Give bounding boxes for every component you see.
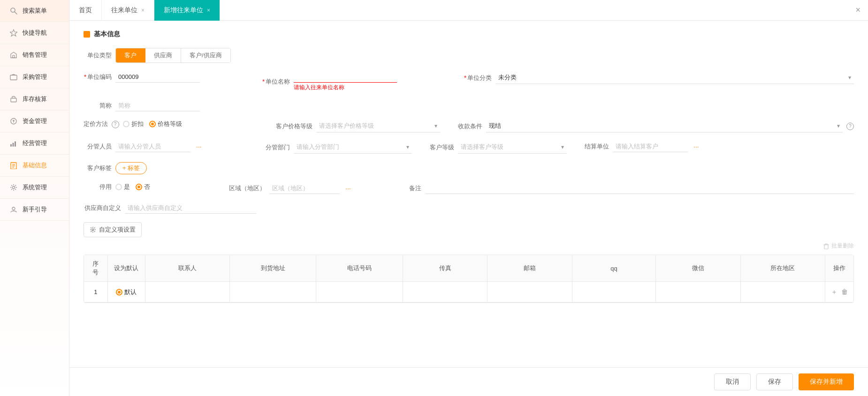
tab-new-partner[interactable]: 新增往来单位 × xyxy=(154,0,220,21)
unit-name-input[interactable] xyxy=(294,71,397,83)
disabled-yes[interactable]: 是 xyxy=(115,183,130,191)
unit-category-value: 未分类 xyxy=(498,73,517,82)
unit-type-group: 客户 供应商 客户/供应商 xyxy=(115,48,231,63)
svg-rect-17 xyxy=(824,245,828,249)
unit-category-select[interactable]: 未分类 ▾ xyxy=(495,71,854,84)
department-label: 分管部门 xyxy=(262,143,290,152)
wechat-input[interactable] xyxy=(662,287,734,297)
customer-level-field: 客户等级 请选择客户等级 ▾ xyxy=(426,141,567,154)
disabled-yes-label: 是 xyxy=(124,183,130,191)
department-select[interactable]: 请输入分管部门 ▾ xyxy=(294,141,412,154)
pricing-discount[interactable]: 折扣 xyxy=(123,120,144,128)
supplier-custom-input[interactable] xyxy=(125,202,256,214)
tab-bar: 首页 往来单位 × 新增往来单位 × × xyxy=(69,0,868,21)
sidebar-item-quick-nav[interactable]: 快捷导航 xyxy=(0,22,69,44)
region-more-btn[interactable]: ··· xyxy=(343,185,353,192)
cell-qq[interactable] xyxy=(572,282,655,303)
sidebar-item-quick-nav-label: 快捷导航 xyxy=(23,29,47,37)
cancel-button[interactable]: 取消 xyxy=(714,373,751,390)
save-new-button[interactable]: 保存并新增 xyxy=(799,373,854,390)
unit-type-supplier[interactable]: 供应商 xyxy=(145,48,181,62)
svg-line-1 xyxy=(15,12,17,14)
region-label: 区域（地区） xyxy=(229,184,266,193)
payment-terms-help-icon[interactable]: ? xyxy=(846,123,854,130)
manager-more-btn[interactable]: ··· xyxy=(194,143,204,150)
disabled-no-label: 否 xyxy=(144,183,150,191)
unit-name-error: 请输入往来单位名称 xyxy=(294,84,449,92)
settlement-unit-more-btn[interactable]: ··· xyxy=(692,143,701,150)
col-contact: 联系人 xyxy=(145,255,229,282)
row-add-btn[interactable]: ＋ xyxy=(831,288,838,296)
settlement-unit-input[interactable] xyxy=(613,141,688,152)
save-button[interactable]: 保存 xyxy=(756,373,793,390)
cell-fax[interactable] xyxy=(403,282,487,303)
payment-terms-select[interactable]: 现结 ▾ xyxy=(486,120,843,132)
section-icon xyxy=(84,31,90,38)
qq-input[interactable] xyxy=(578,287,650,297)
phone-input[interactable] xyxy=(322,287,397,297)
sidebar-item-finance[interactable]: 资金管理 xyxy=(0,110,69,132)
manager-input[interactable] xyxy=(115,141,190,152)
tab-partner[interactable]: 往来单位 × xyxy=(102,0,154,21)
pricing-help-icon[interactable]: ? xyxy=(112,121,119,128)
col-email: 邮箱 xyxy=(487,255,572,282)
form-content: 基本信息 单位类型 客户 供应商 客户/供应商 *单位编码 xyxy=(69,21,868,367)
unit-name-required: * xyxy=(262,78,265,85)
email-input[interactable] xyxy=(493,287,566,297)
sidebar-item-sales[interactable]: 销售管理 xyxy=(0,44,69,66)
col-phone: 电话号码 xyxy=(316,255,403,282)
fax-input[interactable] xyxy=(409,287,481,297)
batch-delete-btn[interactable]: 批量删除 xyxy=(823,242,854,250)
batch-delete-label: 批量删除 xyxy=(831,242,854,250)
cell-phone[interactable] xyxy=(316,282,403,303)
disabled-no[interactable]: 否 xyxy=(136,183,150,191)
pricing-price-level-dot xyxy=(151,123,154,125)
manager-field: 分管人员 ··· xyxy=(84,141,248,152)
disabled-row: 停用 是 否 xyxy=(84,183,854,194)
unit-type-both[interactable]: 客户/供应商 xyxy=(181,48,230,62)
sidebar-item-basic-info[interactable]: 基础信息 xyxy=(0,155,69,177)
window-close-btn[interactable]: × xyxy=(848,5,868,15)
unit-category-label: *单位分类 xyxy=(464,74,492,82)
address-input[interactable] xyxy=(236,287,311,297)
tab-new-partner-label: 新增往来单位 xyxy=(164,6,203,15)
svg-marker-2 xyxy=(10,30,17,36)
supplier-custom-label: 供应商自定义 xyxy=(84,204,121,212)
unit-code-input[interactable] xyxy=(115,71,200,83)
cell-region[interactable] xyxy=(740,282,825,303)
alias-input[interactable] xyxy=(115,100,200,111)
sidebar-item-inventory[interactable]: 库存核算 xyxy=(0,88,69,110)
remark-input[interactable] xyxy=(425,183,854,194)
sidebar-item-operations[interactable]: 经营管理 xyxy=(0,132,69,155)
disabled-label: 停用 xyxy=(84,183,112,191)
tab-home[interactable]: 首页 xyxy=(69,0,102,21)
sidebar-item-purchase[interactable]: 采购管理 xyxy=(0,66,69,88)
unit-code-name-row: *单位编码 *单位名称 请输入往来单位名称 xyxy=(84,71,854,92)
cell-actions: ＋ 🗑 xyxy=(825,282,853,303)
sidebar-item-search[interactable]: 搜索菜单 xyxy=(0,0,69,22)
unit-type-customer[interactable]: 客户 xyxy=(116,48,145,62)
customer-price-level-select[interactable]: 请选择客户价格等级 ▾ xyxy=(316,120,440,132)
cell-email[interactable] xyxy=(487,282,572,303)
custom-settings-btn[interactable]: 自定义项设置 xyxy=(84,222,142,237)
customer-tag-btn[interactable]: + 标签 xyxy=(115,162,147,174)
contact-input[interactable] xyxy=(151,287,224,297)
row-delete-btn[interactable]: 🗑 xyxy=(841,288,848,296)
cell-wechat[interactable] xyxy=(656,282,740,303)
region-input[interactable] xyxy=(269,183,340,194)
unit-type-field: 单位类型 客户 供应商 客户/供应商 xyxy=(84,48,854,63)
tab-partner-close[interactable]: × xyxy=(141,7,145,14)
row-region-input[interactable] xyxy=(746,287,819,297)
cell-contact[interactable] xyxy=(145,282,229,303)
unit-category-field: *单位分类 未分类 ▾ xyxy=(464,71,854,84)
sidebar-item-new-guide[interactable]: 新手引导 xyxy=(0,199,69,221)
pricing-price-level[interactable]: 价格等级 xyxy=(149,120,182,128)
row-default-circle[interactable] xyxy=(116,289,122,295)
customer-level-select[interactable]: 请选择客户等级 ▾ xyxy=(458,141,567,154)
sidebar-item-system[interactable]: 系统管理 xyxy=(0,177,69,199)
customer-tag-field: 客户标签 + 标签 xyxy=(84,162,854,174)
cell-address[interactable] xyxy=(229,282,316,303)
alias-row: 简称 xyxy=(84,100,854,111)
payment-terms-value: 现结 xyxy=(489,122,501,130)
tab-new-partner-close[interactable]: × xyxy=(207,7,210,14)
